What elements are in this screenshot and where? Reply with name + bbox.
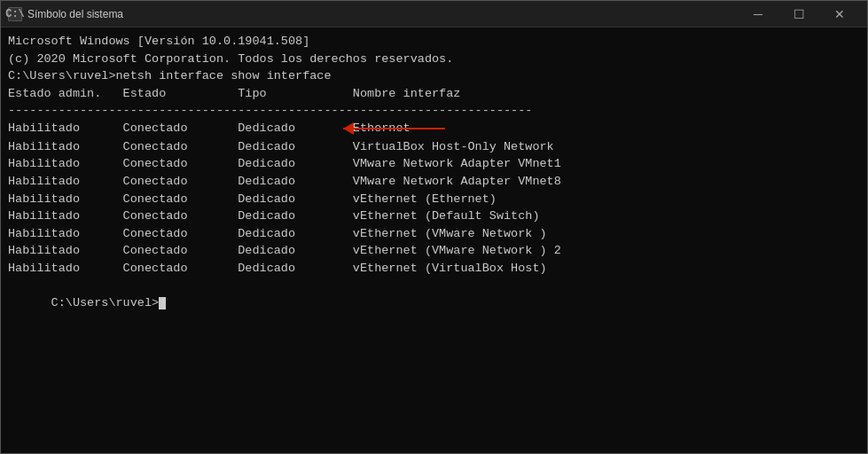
icon-label: C:\ <box>5 8 25 20</box>
ethernet-arrow <box>343 122 456 135</box>
terminal-header-line: Estado admin. Estado Tipo Nombre interfa… <box>8 85 860 103</box>
terminal-line-3: C:\Users\ruvel>netsh interface show inte… <box>8 67 860 85</box>
terminal-line-11: Habilitado Conectado Dedicado vEthernet … <box>8 191 860 208</box>
terminal-line-0: Microsoft Windows [Versión 10.0.19041.50… <box>8 33 860 51</box>
terminal-line-9: Habilitado Conectado Dedicado VMware Net… <box>8 155 860 173</box>
arrow-shaft <box>343 128 445 130</box>
terminal-area[interactable]: Microsoft Windows [Versión 10.0.19041.50… <box>1 27 867 453</box>
window-controls: ─ ☐ ✕ <box>738 1 860 27</box>
terminal-line-12: Habilitado Conectado Dedicado vEthernet … <box>8 207 860 225</box>
terminal-prompt: C:\Users\ruvel> <box>51 296 160 309</box>
terminal-line-15: Habilitado Conectado Dedicado vEthernet … <box>8 260 860 278</box>
cursor <box>159 297 166 309</box>
terminal-separator-line: ----------------------------------------… <box>8 102 860 120</box>
terminal-line-1: (c) 2020 Microsoft Corporation. Todos lo… <box>8 51 860 68</box>
terminal-line-8: Habilitado Conectado Dedicado VirtualBox… <box>8 138 860 156</box>
terminal-line-14: Habilitado Conectado Dedicado vEthernet … <box>8 242 860 260</box>
terminal-prompt-line: C:\Users\ruvel> <box>8 277 860 329</box>
app-icon: C:\ <box>8 7 22 21</box>
arrow-head <box>343 122 354 135</box>
terminal-line-13: Habilitado Conectado Dedicado vEthernet … <box>8 225 860 243</box>
ethernet-row-container: Habilitado Conectado Dedicado Ethernet <box>8 120 860 137</box>
maximize-button[interactable]: ☐ <box>778 1 819 27</box>
titlebar: C:\ Símbolo del sistema ─ ☐ ✕ <box>1 1 867 27</box>
close-button[interactable]: ✕ <box>819 1 860 27</box>
minimize-button[interactable]: ─ <box>738 1 778 27</box>
cmd-window: C:\ Símbolo del sistema ─ ☐ ✕ Microsoft … <box>0 0 868 454</box>
terminal-line-10: Habilitado Conectado Dedicado VMware Net… <box>8 173 860 191</box>
window-title: Símbolo del sistema <box>27 8 738 20</box>
